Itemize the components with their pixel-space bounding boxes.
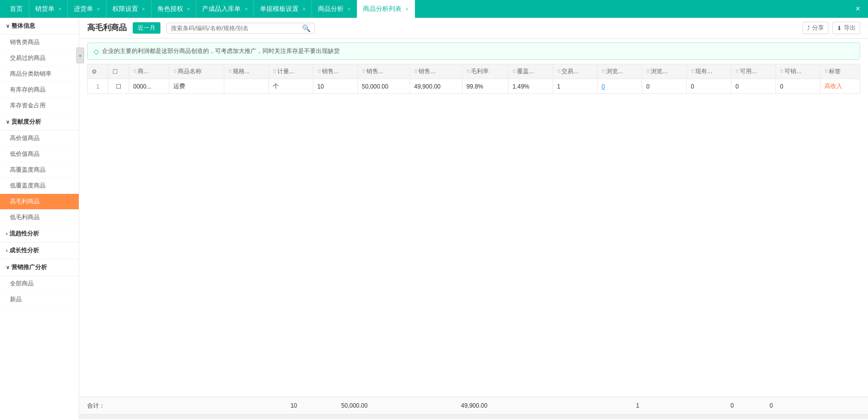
col-header-available[interactable]: ⠿可用... [731, 64, 776, 79]
nav-tab-4[interactable]: 角色授权× [152, 0, 197, 18]
col-header-unit[interactable]: ⠿计量... [268, 64, 313, 79]
sidebar-group-arrow-1: ∨ [6, 119, 9, 125]
time-filter-button[interactable]: 近一月 [133, 22, 160, 34]
col-header-browse2[interactable]: ⠿浏览... [642, 64, 687, 79]
col-header-checkbox[interactable]: ☐ [108, 64, 129, 79]
browse1-link[interactable]: 0 [602, 83, 605, 90]
sidebar-item-0-4[interactable]: 库存资金占用 [0, 98, 79, 114]
col-header-current[interactable]: ⠿现有... [687, 64, 731, 79]
close-all-button[interactable]: × [852, 4, 864, 13]
sidebar-group-2[interactable]: ›流趋性分析 [0, 226, 79, 242]
header-actions: ⤴ 分享 ⬇ 导出 [803, 22, 860, 34]
col-header-saleable[interactable]: ⠿可销... [776, 64, 820, 79]
nav-tab-1[interactable]: 销货单× [29, 0, 68, 18]
col-header-settings[interactable]: ⚙ [88, 64, 108, 79]
sidebar-group-3[interactable]: ›成长性分析 [0, 242, 79, 259]
row-tag: 高收入 [820, 79, 860, 94]
col-header-browse1[interactable]: ⠿浏览... [598, 64, 642, 79]
nav-tab-close-6[interactable]: × [303, 6, 306, 12]
nav-tab-6[interactable]: 单据模板设置× [254, 0, 312, 18]
sidebar-item-1-1[interactable]: 低价值商品 [0, 146, 79, 162]
col-resizer-coverage: ⠿ [512, 69, 516, 74]
sidebar-item-0-2[interactable]: 商品分类助销率 [0, 66, 79, 82]
nav-tab-5[interactable]: 产成品入库单× [196, 0, 254, 18]
select-all-checkbox[interactable]: ☐ [112, 68, 118, 75]
col-resizer-browse1: ⠿ [602, 69, 605, 74]
share-button[interactable]: ⤴ 分享 [803, 22, 828, 34]
row-unit: 个 [268, 79, 313, 94]
col-resizer-tag: ⠿ [824, 69, 828, 74]
horizontal-scrollbar[interactable] [79, 414, 868, 419]
nav-tab-close-8[interactable]: × [406, 6, 408, 12]
data-table: ⚙☐⠿商...⠿商品名称⠿规格...⠿计量...⠿销售...⠿销售...⠿销售.… [87, 64, 860, 94]
nav-tab-8[interactable]: 商品分析列表× [357, 0, 415, 18]
row-saleable: 0 [776, 79, 820, 94]
sidebar-item-1-5[interactable]: 低毛利商品 [0, 210, 79, 226]
col-resizer-name: ⠿ [173, 69, 177, 74]
col-resizer-saleable: ⠿ [780, 69, 783, 74]
row-browse1: 0 [598, 79, 642, 94]
row-margin: 99.8% [462, 79, 508, 94]
col-resizer-saleQty: ⠿ [317, 69, 321, 74]
col-resizer-code: ⠿ [133, 69, 137, 74]
nav-tab-close-7[interactable]: × [348, 6, 351, 12]
table-wrapper[interactable]: ⚙☐⠿商...⠿商品名称⠿规格...⠿计量...⠿销售...⠿销售...⠿销售.… [79, 64, 868, 397]
col-header-name[interactable]: ⠿商品名称 [169, 64, 224, 79]
page-title: 高毛利商品 [87, 23, 127, 33]
sidebar-group-4[interactable]: ∨营销推广分析 [0, 259, 79, 276]
sidebar-group-0[interactable]: ∨整体信息 [0, 18, 79, 35]
sidebar-item-1-0[interactable]: 高价值商品 [0, 131, 79, 146]
nav-tab-0[interactable]: 首页 [4, 0, 29, 18]
nav-tab-close-1[interactable]: × [58, 6, 61, 12]
row-sale-qty: 10 [313, 79, 357, 94]
col-resizer-available: ⠿ [735, 69, 739, 74]
col-header-saleProfit[interactable]: ⠿销售... [410, 64, 462, 79]
footer-col-saleAmt: 50,000.00 [337, 401, 457, 410]
col-header-coverage[interactable]: ⠿覆盖... [509, 64, 553, 79]
sidebar-item-1-2[interactable]: 高覆盖度商品 [0, 162, 79, 178]
footer-label: 合计： [87, 402, 105, 410]
sidebar-item-4-1[interactable]: 新品 [0, 292, 79, 308]
col-header-tag[interactable]: ⠿标签 [820, 64, 860, 79]
row-index: 1 [88, 79, 108, 94]
nav-tab-close-5[interactable]: × [245, 6, 248, 12]
search-box: 🔍 [166, 23, 315, 34]
sidebar-item-4-0[interactable]: 全部商品 [0, 276, 79, 292]
sidebar-item-0-3[interactable]: 有库存的商品 [0, 82, 79, 98]
col-header-margin[interactable]: ⠿毛利率 [462, 64, 508, 79]
nav-tab-2[interactable]: 进货单× [68, 0, 106, 18]
row-sale-profit: 49,900.00 [410, 79, 462, 94]
nav-tab-close-3[interactable]: × [142, 6, 145, 12]
row-browse2: 0 [642, 79, 687, 94]
col-header-trade[interactable]: ⠿交易... [553, 64, 598, 79]
search-icon[interactable]: 🔍 [302, 24, 310, 32]
sidebar-item-1-3[interactable]: 低覆盖度商品 [0, 178, 79, 194]
nav-tab-7[interactable]: 商品分析× [312, 0, 357, 18]
sidebar-group-1[interactable]: ∨贡献度分析 [0, 114, 79, 131]
notice-icon: ◇ [94, 47, 99, 55]
col-header-spec[interactable]: ⠿规格... [224, 64, 268, 79]
row-checkbox[interactable]: ☐ [108, 79, 129, 94]
top-navigation: 首页销货单×进货单×权限设置×角色授权×产成品入库单×单据模板设置×商品分析×商… [0, 0, 868, 18]
table-footer: 合计： 1050,000.0049,900.00100 [79, 397, 868, 414]
row-name: 运费 [169, 79, 224, 94]
col-resizer-unit: ⠿ [273, 69, 276, 74]
sidebar-item-1-4[interactable]: 高毛利商品 [0, 194, 79, 210]
sidebar-item-0-1[interactable]: 交易过的商品 [0, 50, 79, 66]
col-resizer-margin: ⠿ [466, 69, 470, 74]
col-header-saleQty[interactable]: ⠿销售... [313, 64, 357, 79]
nav-tab-3[interactable]: 权限设置× [106, 0, 152, 18]
col-header-saleAmt[interactable]: ⠿销售... [357, 64, 410, 79]
nav-tab-close-4[interactable]: × [187, 6, 190, 12]
sidebar-collapse-button[interactable]: « [76, 47, 84, 63]
nav-tab-close-2[interactable]: × [97, 6, 100, 12]
search-input[interactable] [171, 25, 300, 32]
sidebar-item-0-0[interactable]: 销售类商品 [0, 35, 79, 50]
row-sale-amt: 50,000.00 [357, 79, 410, 94]
col-header-code[interactable]: ⠿商... [129, 64, 169, 79]
col-resizer-current: ⠿ [691, 69, 694, 74]
share-icon: ⤴ [807, 25, 810, 32]
notice-text: 企业的主要的利润都是这部分商品创造的，可考虑加大推广，同时关注库存是不要出现缺货 [102, 47, 340, 55]
content-header: 高毛利商品 近一月 🔍 ⤴ 分享 ⬇ 导出 [79, 18, 868, 39]
export-button[interactable]: ⬇ 导出 [832, 22, 860, 34]
